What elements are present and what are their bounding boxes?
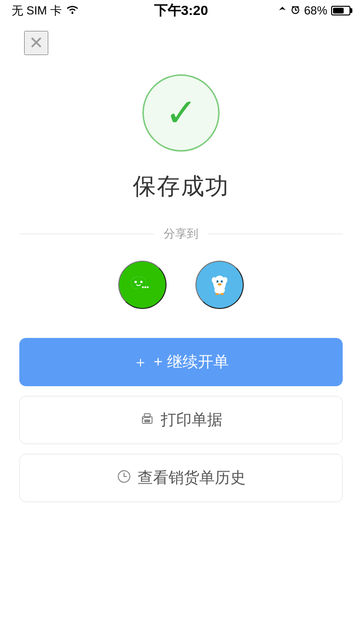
status-right: 68% [278,4,350,17]
share-label: 分享到 [164,226,198,241]
status-left: 无 SIM 卡 [12,3,79,18]
wechat-share-button[interactable] [118,261,167,309]
no-sim-label: 无 SIM 卡 [12,3,62,18]
close-icon: ✕ [29,34,43,52]
divider-line-right [208,234,343,234]
continue-button[interactable]: ＋ + 继续开单 [19,338,343,386]
history-button[interactable]: 查看销货单历史 [19,454,343,502]
history-label: 查看销货单历史 [138,467,246,489]
svg-point-10 [144,286,146,288]
alarm-icon [291,4,300,17]
print-label: 打印单据 [161,409,223,431]
battery-icon [331,6,350,15]
close-button[interactable]: ✕ [24,31,48,55]
clock-icon [116,469,132,488]
divider-line-left [19,234,154,234]
share-divider: 分享到 [19,226,343,241]
svg-point-21 [215,293,219,295]
svg-point-17 [218,283,222,286]
svg-point-11 [147,286,149,288]
svg-point-7 [140,281,143,283]
print-button[interactable]: 打印单据 [19,396,343,444]
plus-icon: ＋ [133,352,148,372]
action-buttons: ＋ + 继续开单 打印单据 [19,338,343,502]
continue-label: + 继续开单 [153,351,229,373]
success-title: 保存成功 [133,171,229,202]
share-icons-row [118,261,244,309]
svg-point-22 [220,293,224,295]
svg-point-26 [143,418,144,419]
battery-percent: 68% [304,4,327,17]
svg-rect-25 [144,420,150,422]
status-bar: 无 SIM 卡 下午3:20 68% [0,0,362,21]
svg-point-6 [135,281,137,283]
svg-point-20 [214,286,225,294]
success-circle: ✓ [142,74,220,152]
wifi-icon [66,4,79,17]
wechat-icon [128,270,157,299]
main-content: ✕ ✓ 保存成功 分享到 [0,21,362,644]
location-icon [278,4,287,17]
qq-share-button[interactable] [195,261,244,309]
time-display: 下午3:20 [154,1,208,20]
svg-point-0 [71,12,73,14]
checkmark-icon: ✓ [165,94,197,132]
print-icon [139,411,155,430]
qq-icon [205,270,235,300]
svg-point-9 [142,286,144,288]
